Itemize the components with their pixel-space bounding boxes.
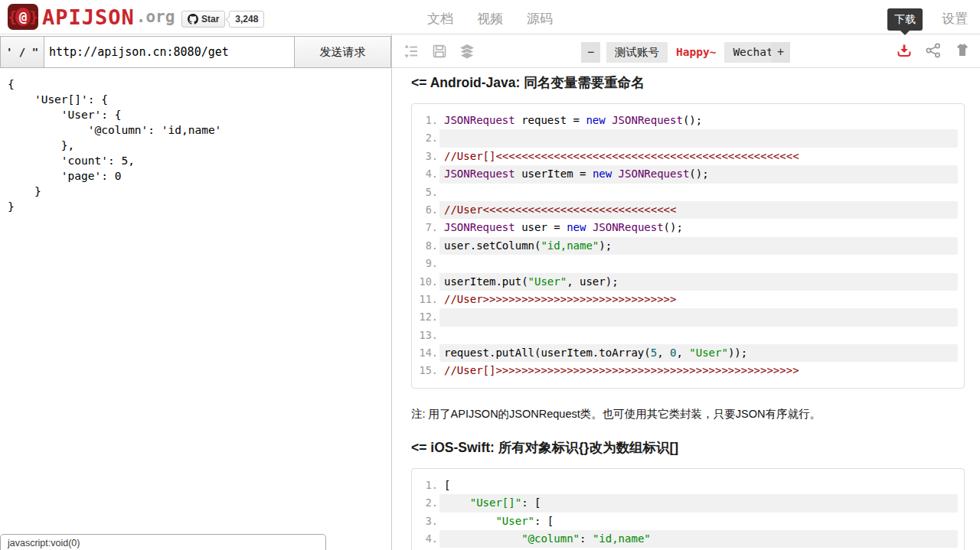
logo-title: APIJSON <box>42 5 135 29</box>
line-number: 13. <box>418 327 438 344</box>
line-number: 8. <box>418 237 438 255</box>
apijson-app: { @ } APIJSON .org Star 3,248 文档视频源码 设置 … <box>0 0 980 550</box>
line-number: 6. <box>418 201 438 219</box>
line-number: 12. <box>418 308 438 326</box>
line-number: 10. <box>418 273 438 291</box>
link-preview-tooltip: javascript:void(0) <box>0 534 326 550</box>
line-number: 2. <box>418 494 438 512</box>
add-account-button[interactable]: + <box>771 42 790 63</box>
url-input[interactable] <box>44 36 295 68</box>
code-line: 3.//User[]<<<<<<<<<<<<<<<<<<<<<<<<<<<<<<… <box>418 148 958 165</box>
code-line: 13. <box>418 327 958 344</box>
code-line: 4. "@column": "id,name" <box>418 530 958 548</box>
code-line: 12. <box>418 308 958 326</box>
share-icon[interactable] <box>926 43 941 58</box>
github-star-button[interactable]: Star <box>181 11 225 28</box>
section-heading-ios-swift: <= iOS-Swift: 所有对象标识{}改为数组标识[] <box>411 438 965 457</box>
note-text: 注: 用了APIJSON的JSONRequest类。也可使用其它类封装，只要JS… <box>411 407 965 421</box>
header-nav: 文档视频源码 <box>427 10 553 28</box>
at-icon: @ <box>15 8 31 26</box>
code-line: 5. <box>418 184 958 201</box>
line-number: 11. <box>418 291 438 308</box>
line-number: 4. <box>418 165 438 183</box>
nav-settings[interactable]: 设置 <box>942 10 968 28</box>
code-line: 10.userItem.put("User", user); <box>418 273 958 291</box>
logo[interactable]: { @ } APIJSON .org <box>8 4 175 30</box>
docs-panel: <= Android-Java: 同名变量需要重命名 1.JSONRequest… <box>391 68 980 550</box>
logo-brace-right: } <box>29 4 38 30</box>
code-line: 2. "User[]": [ <box>418 494 958 512</box>
layers-icon[interactable] <box>459 44 475 59</box>
line-number: 4. <box>418 530 438 548</box>
code-line: 11.//User>>>>>>>>>>>>>>>>>>>>>>>>>>>>>> <box>418 291 958 308</box>
code-line: 7.JSONRequest user = new JSONRequest(); <box>418 219 958 236</box>
nav-item-0[interactable]: 文档 <box>427 10 453 28</box>
github-star-widget: Star 3,248 <box>181 11 264 28</box>
quote-toggle-button[interactable]: ' / " <box>0 36 44 68</box>
apijson-logo-icon: { @ } <box>8 4 38 30</box>
code-line: 15.//User[]>>>>>>>>>>>>>>>>>>>>>>>>>>>>>… <box>418 362 958 379</box>
account-tab-1[interactable]: Happy~ <box>668 42 724 63</box>
nav-item-2[interactable]: 源码 <box>527 10 553 28</box>
code-line: 6.//User<<<<<<<<<<<<<<<<<<<<<<<<<<<<<< <box>418 201 958 219</box>
logo-suffix: .org <box>136 8 175 26</box>
line-number: 1. <box>418 477 438 494</box>
star-count[interactable]: 3,248 <box>229 11 264 28</box>
line-number: 2. <box>418 129 438 147</box>
account-tabs: 测试账号Happy~Wechat <box>606 42 782 63</box>
github-mark-icon <box>188 14 198 24</box>
line-number: 9. <box>418 255 438 272</box>
line-number: 5. <box>418 184 438 201</box>
code-line: 8.user.setColumn("id,name"); <box>418 237 958 255</box>
line-number: 1. <box>418 112 438 129</box>
request-bar: ' / " 发送请求 <box>0 36 391 68</box>
code-line: 1.[ <box>418 477 958 494</box>
line-number: 7. <box>418 219 438 236</box>
download-icon[interactable] <box>897 43 912 58</box>
nav-item-1[interactable]: 视频 <box>477 10 503 28</box>
line-number: 3. <box>418 148 438 165</box>
save-icon[interactable] <box>432 44 447 59</box>
code-line: 2. <box>418 129 958 147</box>
code-block-ios-swift: 1.[2. "User[]": [3. "User": [4. "@column… <box>411 468 965 550</box>
line-number: 14. <box>418 344 438 362</box>
star-label: Star <box>201 14 219 24</box>
sort-list-icon[interactable] <box>404 44 420 59</box>
code-block-android-java: 1.JSONRequest request = new JSONRequest(… <box>411 103 965 389</box>
code-line: 9. <box>418 255 958 272</box>
header: { @ } APIJSON .org Star 3,248 文档视频源码 设置 … <box>0 0 980 34</box>
json-editor[interactable]: { 'User[]': { 'User': { '@column': 'id,n… <box>0 68 390 550</box>
download-tooltip: 下载 <box>887 8 923 31</box>
tshirt-icon[interactable] <box>955 43 970 58</box>
send-request-button[interactable]: 发送请求 <box>294 36 391 68</box>
toolbar-left-icons <box>404 44 475 59</box>
code-line: 3. "User": [ <box>418 513 958 530</box>
account-tab-0[interactable]: 测试账号 <box>606 42 668 63</box>
line-number: 15. <box>418 362 438 379</box>
code-line: 14.request.putAll(userItem.toArray(5, 0,… <box>418 344 958 362</box>
code-line: 4.JSONRequest userItem = new JSONRequest… <box>418 165 958 183</box>
line-number: 3. <box>418 513 438 530</box>
code-line: 1.JSONRequest request = new JSONRequest(… <box>418 112 958 129</box>
section-heading-android-java: <= Android-Java: 同名变量需要重命名 <box>411 73 965 92</box>
remove-account-button[interactable]: − <box>581 42 600 63</box>
right-toolbar: − 测试账号Happy~Wechat + <box>391 34 980 68</box>
toolbar-right-icons <box>897 43 970 58</box>
